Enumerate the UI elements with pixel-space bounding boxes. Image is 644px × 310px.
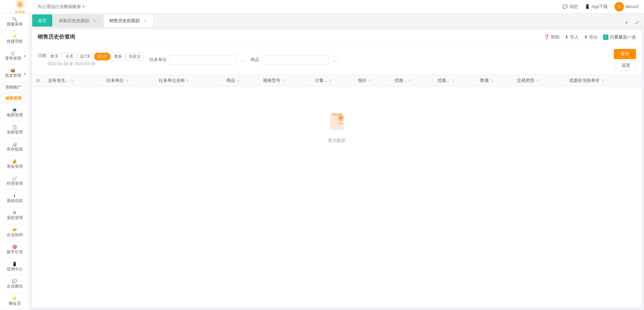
product-dots[interactable]: ... bbox=[333, 57, 337, 63]
user-menu-button[interactable]: D demo2 bbox=[614, 2, 639, 11]
th-quantity-label: 数量 bbox=[480, 78, 489, 83]
tab-sales-history[interactable]: 销售历史价跟踪 × bbox=[104, 15, 154, 27]
sidebar-label-inventory: 库存核算 bbox=[7, 147, 23, 152]
sidebar-item-inventory[interactable]: 📊 库存核算 bbox=[0, 139, 29, 156]
import-icon: ⬇ bbox=[565, 35, 569, 40]
sidebar-item-ecommerce[interactable]: 💻 电商管理 bbox=[0, 104, 29, 121]
product-filter-group: 商品 ... bbox=[251, 55, 337, 64]
empty-icon bbox=[323, 107, 350, 134]
product-input[interactable] bbox=[262, 55, 329, 64]
wholesale-expand-icon: ▲ bbox=[23, 71, 26, 75]
th-trade-type[interactable]: 交易类型 ⇅ bbox=[514, 75, 566, 87]
wholesale-label-area: 📦 批发管理 bbox=[3, 68, 23, 79]
th-pretax-price[interactable]: 优惠前无税单价 ⇅ bbox=[566, 75, 641, 87]
date-btn-last1month[interactable]: 近1月 bbox=[94, 53, 111, 60]
th-counterpart-id[interactable]: 往来单位 ⇅ bbox=[103, 75, 155, 87]
wholesale-icon: 📦 bbox=[10, 68, 15, 73]
only-last-checkbox[interactable]: ✓ bbox=[603, 35, 608, 40]
lightning-icon: ⚡ bbox=[12, 34, 17, 39]
tab-bar-right: × ⤢ bbox=[623, 18, 641, 27]
import-button[interactable]: ⬇ 导入 bbox=[565, 34, 579, 40]
th-biz-date[interactable]: 业务发生... ⇅ bbox=[44, 75, 103, 87]
th-unit[interactable]: 计量... ⇅ bbox=[311, 75, 354, 87]
date-btn-today[interactable]: 今天 bbox=[62, 53, 76, 60]
sidebar-item-operations[interactable]: 📈 经营管理 bbox=[0, 173, 29, 190]
product-label: 商品 bbox=[251, 57, 259, 63]
data-table: ⚙ 业务发生... ⇅ 往来单位 ⇅ bbox=[32, 75, 641, 87]
date-btn-last7days[interactable]: 近7天 bbox=[77, 53, 94, 60]
sidebar-item-search-menu[interactable]: 🔍 搜索菜单 bbox=[0, 13, 29, 31]
date-filter-section: 日期 昨天 今天 近7天 近1月 更多 自定义 2023-02-18 至 202… bbox=[38, 53, 144, 67]
help-icon: ❓ bbox=[544, 35, 549, 40]
th-product-label: 商品 bbox=[226, 78, 235, 83]
sidebar-item-wholesale[interactable]: 📦 批发管理 ▲ bbox=[0, 65, 29, 82]
sidebar-item-finance[interactable]: 💰 资金管理 bbox=[0, 156, 29, 173]
th-spec[interactable]: 规格型号 ⇅ bbox=[259, 75, 311, 87]
tab-purchase-close[interactable]: × bbox=[92, 18, 97, 23]
filter-right-buttons: 查询 设置 bbox=[614, 49, 636, 70]
date-filter-label: 日期 bbox=[38, 53, 46, 59]
help-button[interactable]: ❓ 帮助 bbox=[544, 34, 559, 40]
tab-home[interactable]: 首页 bbox=[32, 14, 52, 27]
th-trade-type-sort: ⇅ bbox=[536, 79, 539, 83]
date-btn-yesterday[interactable]: 昨天 bbox=[48, 53, 62, 60]
query-button[interactable]: 查询 bbox=[614, 49, 636, 59]
sidebar-label-system: 系统管理 bbox=[7, 215, 23, 221]
app-download-button[interactable]: 📱 App下载 bbox=[585, 4, 608, 10]
svg-text:6: 6 bbox=[19, 2, 21, 7]
page-header-actions: ❓ 帮助 ⬇ 导入 ⬆ 导出 ✓ 只看最后一次 bbox=[544, 34, 636, 40]
table-settings-icon[interactable]: ⚙ bbox=[36, 78, 40, 83]
th-price[interactable]: 报价 ⇅ bbox=[355, 75, 391, 87]
app-center-icon: 📱 bbox=[12, 262, 17, 266]
sidebar-item-system[interactable]: ⚙ 系统管理 bbox=[0, 207, 29, 224]
sidebar-item-new-guide[interactable]: 🎯 新手引导 bbox=[0, 242, 29, 259]
sidebar-item-app-center[interactable]: 📱 应用中心 bbox=[0, 259, 29, 276]
th-discount2[interactable]: 优惠... ⇅ bbox=[434, 75, 477, 87]
tab-bar: 首页 采购历史价跟踪 × 销售历史价跟踪 × × ⤢ bbox=[30, 13, 644, 27]
table-header: ⚙ 业务发生... ⇅ 往来单位 ⇅ bbox=[32, 75, 641, 87]
sidebar: 🔍 搜索菜单 ⚡ 快捷导航 🛒 零售管理 ▼ 📦 批发管理 ▲ 营销推广 销售管… bbox=[0, 13, 30, 310]
sidebar-item-enterprise-wechat[interactable]: 💬 企业微信 bbox=[0, 276, 29, 293]
sidebar-item-enterprise[interactable]: 🤝 企业协同 bbox=[0, 224, 29, 242]
app-icon: 📱 bbox=[585, 4, 590, 9]
date-btn-more[interactable]: 更多 bbox=[111, 53, 125, 60]
message-button[interactable]: 💬 消息 bbox=[562, 4, 578, 10]
table-container[interactable]: ⚙ 业务发生... ⇅ 往来单位 ⇅ bbox=[32, 75, 641, 307]
th-counterpart-name[interactable]: 往来单位名称 ⇅ bbox=[155, 75, 223, 87]
export-label: 导出 bbox=[589, 34, 598, 40]
sidebar-item-quick-nav[interactable]: ⚡ 快捷导航 bbox=[0, 31, 29, 48]
sidebar-item-purchase[interactable]: 📋 采购管理 bbox=[0, 121, 29, 139]
th-biz-date-sort: ⇅ bbox=[71, 79, 73, 83]
tab-fullscreen-button[interactable]: ⤢ bbox=[633, 18, 641, 27]
sidebar-item-vip-member[interactable]: ⭐ 畅会员 bbox=[0, 293, 29, 310]
th-price-label: 报价 bbox=[358, 78, 367, 83]
only-last-checkbox-label[interactable]: ✓ 只看最后一次 bbox=[603, 34, 636, 40]
counterpart-input[interactable] bbox=[169, 55, 236, 64]
sidebar-item-retail[interactable]: 🛒 零售管理 ▼ bbox=[0, 48, 29, 65]
date-btn-custom[interactable]: 自定义 bbox=[126, 53, 144, 60]
tab-close-all-button[interactable]: × bbox=[623, 18, 631, 27]
app-download-label: App下载 bbox=[591, 4, 608, 10]
sidebar-label-enterprise-wechat: 企业微信 bbox=[7, 283, 23, 289]
th-quantity[interactable]: 数量 ⇅ bbox=[477, 75, 514, 87]
th-discount1[interactable]: 优惠... ⇅ bbox=[391, 75, 434, 87]
export-button[interactable]: ⬆ 导出 bbox=[584, 34, 598, 40]
th-settings[interactable]: ⚙ bbox=[32, 75, 44, 87]
page-header: 销售历史价查询 ❓ 帮助 ⬇ 导入 ⬆ 导出 bbox=[32, 30, 641, 45]
enterprise-icon: 🤝 bbox=[12, 227, 17, 232]
th-discount2-label: 优惠... bbox=[437, 78, 450, 83]
th-product[interactable]: 商品 ⇅ bbox=[223, 75, 259, 87]
message-label: 消息 bbox=[569, 4, 578, 10]
tab-purchase-history[interactable]: 采购历史价跟踪 × bbox=[53, 14, 103, 27]
sidebar-item-basic-info[interactable]: ℹ 基础信息 bbox=[0, 190, 29, 207]
settings-button[interactable]: 设置 bbox=[616, 60, 636, 70]
help-label: 帮助 bbox=[551, 34, 559, 40]
search-icon: 🔍 bbox=[12, 17, 17, 21]
sidebar-label-quicknav: 快捷导航 bbox=[7, 39, 23, 44]
tab-sales-close[interactable]: × bbox=[143, 18, 148, 23]
sidebar-submenu-sales-mgmt[interactable]: 销售管理 bbox=[0, 93, 29, 104]
counterpart-dots[interactable]: ... bbox=[240, 57, 245, 63]
retail-icon: 🛒 bbox=[10, 51, 15, 56]
th-counterpart-name-sort: ⇅ bbox=[186, 79, 189, 83]
sidebar-submenu-marketing[interactable]: 营销推广 bbox=[0, 82, 29, 93]
